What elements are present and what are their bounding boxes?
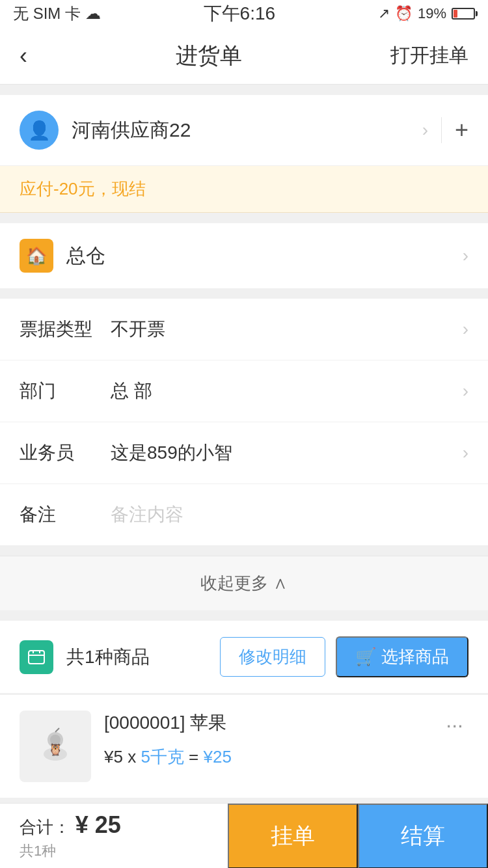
warehouse-row[interactable]: 🏠 总仓 ›: [0, 223, 488, 288]
alarm-icon: ⏰: [395, 5, 413, 22]
price-multiply: x: [128, 747, 141, 766]
ticket-type-value: 不开票: [111, 317, 463, 342]
page-title: 进货单: [176, 41, 242, 71]
warehouse-icon: 🏠: [20, 239, 53, 273]
ticket-type-row[interactable]: 票据类型 不开票 ›: [0, 299, 488, 360]
battery-icon: [452, 8, 475, 20]
supplier-avatar: 👤: [20, 111, 59, 150]
note-row[interactable]: 备注 备注内容: [0, 484, 488, 545]
supplier-row[interactable]: 👤 河南供应商22 › +: [0, 95, 488, 166]
product-info: [0000001] 苹果 ¥5 x 5千克 = ¥25: [104, 711, 441, 768]
supplier-section: 👤 河南供应商22 › + 应付-20元，现结: [0, 95, 488, 213]
status-right: ↗ ⏰ 19%: [378, 5, 475, 22]
price-equals: =: [189, 747, 203, 766]
note-label: 备注: [20, 502, 98, 527]
note-input[interactable]: 备注内容: [111, 502, 468, 527]
product-price: ¥5 x 5千克 = ¥25: [104, 746, 441, 768]
products-icon: [20, 640, 53, 674]
product-title: 苹果: [190, 712, 226, 733]
salesperson-chevron-icon: ›: [463, 442, 468, 463]
hang-button[interactable]: 挂单: [228, 804, 358, 869]
product-thumbnail: 🦉: [20, 711, 91, 782]
product-item: 🦉 [0000001] 苹果 ¥5 x 5千克 = ¥25 ···: [0, 695, 488, 798]
warehouse-chevron-icon: ›: [463, 245, 468, 266]
svg-rect-0: [29, 651, 44, 664]
department-value: 总 部: [111, 379, 463, 403]
divider-top: [0, 85, 488, 95]
warehouse-section: 🏠 总仓 ›: [0, 223, 488, 288]
warehouse-name: 总仓: [66, 243, 463, 269]
products-count: 共1种商品: [66, 645, 220, 670]
total-row: 合计： ¥ 25: [20, 811, 208, 839]
bottom-bar: 合计： ¥ 25 共1种 挂单 结算: [0, 803, 488, 868]
modify-detail-button[interactable]: 修改明细: [220, 637, 325, 677]
ticket-type-label: 票据类型: [20, 317, 98, 342]
sim-status: 无 SIM 卡 ☁: [13, 3, 101, 24]
avatar-icon: 👤: [28, 120, 51, 141]
warning-banner: 应付-20元，现结: [0, 166, 488, 213]
battery-percent: 19%: [418, 5, 446, 22]
settle-button[interactable]: 结算: [358, 804, 488, 869]
select-product-label: 选择商品: [381, 645, 449, 668]
product-more-button[interactable]: ···: [441, 711, 468, 740]
salesperson-value: 这是859的小智: [111, 441, 463, 465]
collapse-label: 收起更多 ∧: [200, 573, 287, 593]
open-pending-button[interactable]: 打开挂单: [390, 42, 468, 69]
total-section: 合计： ¥ 25 共1种: [0, 811, 228, 861]
department-chevron-icon: ›: [463, 381, 468, 401]
back-button[interactable]: ‹: [20, 42, 27, 70]
collapse-row[interactable]: 收起更多 ∧: [0, 556, 488, 610]
location-icon: ↗: [378, 5, 390, 22]
department-label: 部门: [20, 379, 98, 403]
nav-bar: ‹ 进货单 打开挂单: [0, 27, 488, 85]
total-count: 共1种: [20, 841, 208, 861]
product-code: [0000001]: [104, 712, 185, 733]
form-section: 票据类型 不开票 › 部门 总 部 › 业务员 这是859的小智 › 备注 备注…: [0, 299, 488, 545]
price-value: ¥5: [104, 747, 123, 766]
product-quantity: 5千克: [141, 747, 183, 766]
total-label: 合计：: [20, 817, 70, 837]
product-total: ¥25: [204, 747, 232, 766]
salesperson-row[interactable]: 业务员 这是859的小智 ›: [0, 422, 488, 484]
supplier-name: 河南供应商22: [72, 117, 422, 144]
svg-text:🦉: 🦉: [48, 742, 63, 757]
status-bar: 无 SIM 卡 ☁ 下午6:16 ↗ ⏰ 19%: [0, 0, 488, 27]
total-amount: ¥ 25: [75, 811, 121, 838]
supplier-divider: [441, 117, 442, 143]
salesperson-label: 业务员: [20, 441, 98, 465]
status-time: 下午6:16: [204, 1, 276, 26]
supplier-chevron-icon: ›: [422, 120, 428, 141]
status-left: 无 SIM 卡 ☁: [13, 3, 101, 24]
add-button[interactable]: +: [455, 116, 468, 144]
department-row[interactable]: 部门 总 部 ›: [0, 360, 488, 422]
ticket-type-chevron-icon: ›: [463, 319, 468, 340]
select-product-button[interactable]: 🛒 选择商品: [336, 636, 468, 677]
product-name: [0000001] 苹果: [104, 711, 441, 735]
products-header: 共1种商品 修改明细 🛒 选择商品: [0, 621, 488, 694]
cart-icon: 🛒: [355, 647, 376, 667]
